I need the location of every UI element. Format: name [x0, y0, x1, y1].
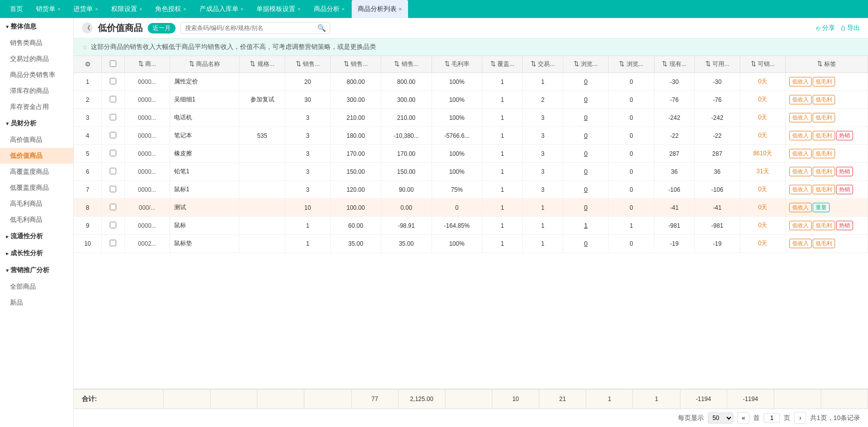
browse-link[interactable]: 0 — [584, 240, 588, 247]
row-checkbox[interactable] — [110, 78, 116, 84]
col-header-cover[interactable]: ⇅ 覆盖... — [482, 56, 522, 73]
col-header-tag[interactable]: ⇅ 标签 — [786, 56, 868, 73]
nav-role-auth[interactable]: 角色授权 × — [149, 0, 192, 18]
col-header-sales1[interactable]: ⇅ 销售... — [285, 56, 330, 73]
collapse-button[interactable]: 《 — [82, 22, 93, 33]
sidebar-item-traded-goods[interactable]: 交易过的商品 — [0, 51, 73, 67]
row-check[interactable] — [102, 235, 125, 253]
select-all-checkbox[interactable] — [110, 60, 116, 67]
col-header-gross[interactable]: ⇅ 毛利率 — [432, 56, 482, 73]
sidebar-item-high-coverage[interactable]: 高覆盖度商品 — [0, 164, 73, 180]
data-table-wrapper[interactable]: ⚙ ⇅ 商... ⇅ 商品名称 ⇅ 规格... — [74, 56, 868, 389]
close-icon[interactable]: × — [342, 6, 345, 12]
nav-finished-goods[interactable]: 产成品入库单 × — [194, 0, 249, 18]
sidebar-item-all-goods[interactable]: 全部商品 — [0, 279, 73, 295]
sidebar-group-marketing[interactable]: ▾ 营销推广分析 — [0, 262, 73, 279]
row-check[interactable] — [102, 145, 125, 163]
nav-permissions[interactable]: 权限设置 × — [105, 0, 148, 18]
row-browse1[interactable]: 0 — [563, 235, 609, 253]
col-header-stock2[interactable]: ⇅ 可用... — [694, 56, 740, 73]
row-browse1[interactable]: 0 — [563, 145, 609, 163]
search-input[interactable] — [185, 24, 314, 31]
page-size-select[interactable]: 50 100 200 — [708, 413, 733, 424]
row-browse1[interactable]: 0 — [563, 199, 609, 217]
browse-link[interactable]: 0 — [584, 96, 588, 103]
col-header-browse1[interactable]: ⇅ 浏览... — [563, 56, 609, 73]
nav-home[interactable]: 首页 — [4, 0, 29, 18]
col-header-settings[interactable]: ⚙ — [74, 56, 102, 73]
row-check[interactable] — [102, 217, 125, 235]
col-header-name[interactable]: ⇅ 商品名称 — [170, 56, 239, 73]
sidebar-item-low-coverage[interactable]: 低覆盖度商品 — [0, 180, 73, 196]
row-checkbox[interactable] — [110, 150, 116, 156]
browse-link[interactable]: 0 — [584, 168, 588, 175]
col-header-check[interactable] — [102, 56, 125, 73]
row-checkbox[interactable] — [110, 114, 116, 120]
next-page-button[interactable]: › — [794, 412, 806, 424]
row-browse1[interactable]: 0 — [563, 73, 609, 91]
browse-link[interactable]: 0 — [584, 132, 588, 139]
sidebar-item-high-margin[interactable]: 高毛利商品 — [0, 196, 73, 212]
row-checkbox[interactable] — [110, 186, 116, 192]
row-check[interactable] — [102, 199, 125, 217]
sidebar-item-high-value[interactable]: 高价值商品 — [0, 132, 73, 148]
col-header-browse2[interactable]: ⇅ 浏览... — [609, 56, 654, 73]
row-checkbox[interactable] — [110, 168, 116, 174]
sidebar-group-liquidity[interactable]: ▸ 流通性分析 — [0, 228, 73, 245]
sidebar-group-growth[interactable]: ▸ 成长性分析 — [0, 245, 73, 262]
nav-goods-analysis[interactable]: 商品分析 × — [308, 0, 351, 18]
sidebar-item-category-rate[interactable]: 商品分类销售率 — [0, 67, 73, 83]
share-button[interactable]: ⎋ 分享 — [816, 23, 835, 32]
col-header-stock3[interactable]: ⇅ 可销... — [740, 56, 785, 73]
date-filter-badge[interactable]: 近一月 — [148, 23, 176, 33]
page-number-input[interactable] — [764, 413, 780, 423]
browse-link[interactable]: 0 — [584, 186, 588, 193]
col-header-spec[interactable]: ⇅ 规格... — [239, 56, 285, 73]
row-check[interactable] — [102, 163, 125, 181]
row-browse1[interactable]: 0 — [563, 181, 609, 199]
export-button[interactable]: ⎙ 导出 — [841, 23, 860, 32]
row-checkbox[interactable] — [110, 222, 116, 228]
row-browse1[interactable]: 0 — [563, 109, 609, 127]
row-checkbox[interactable] — [110, 132, 116, 138]
sidebar-group-overall[interactable]: ▾ 整体信息 — [0, 18, 73, 35]
row-checkbox[interactable] — [110, 96, 116, 102]
settings-icon[interactable]: ⚙ — [85, 60, 91, 68]
close-icon[interactable]: × — [297, 6, 300, 12]
close-icon[interactable]: × — [399, 6, 402, 12]
browse-link[interactable]: 0 — [584, 78, 588, 85]
nav-template-settings[interactable]: 单据模板设置 × — [250, 0, 306, 18]
row-check[interactable] — [102, 109, 125, 127]
close-icon[interactable]: × — [183, 6, 186, 12]
col-header-code[interactable]: ⇅ 商... — [124, 56, 170, 73]
sidebar-item-low-margin[interactable]: 低毛利商品 — [0, 212, 73, 228]
col-header-sales3[interactable]: ⇅ 销售... — [381, 56, 432, 73]
first-page-button[interactable]: « — [737, 412, 749, 424]
row-checkbox[interactable] — [110, 240, 116, 246]
row-browse1[interactable]: 0 — [563, 163, 609, 181]
row-check[interactable] — [102, 127, 125, 145]
browse-link[interactable]: 0 — [584, 150, 588, 157]
close-icon[interactable]: × — [57, 6, 60, 12]
browse-link[interactable]: 1 — [584, 222, 588, 229]
search-icon[interactable]: 🔍 — [317, 24, 326, 32]
close-icon[interactable]: × — [95, 6, 98, 12]
col-header-sales2[interactable]: ⇅ 销售... — [330, 56, 381, 73]
col-header-stock1[interactable]: ⇅ 现有... — [654, 56, 694, 73]
row-check[interactable] — [102, 73, 125, 91]
nav-goods-analysis-list[interactable]: 商品分析列表 × — [352, 0, 408, 18]
sidebar-item-slow-goods[interactable]: 滞库存的商品 — [0, 83, 73, 99]
sidebar-group-employee[interactable]: ▾ 员财分析 — [0, 115, 73, 132]
sidebar-item-sales-goods[interactable]: 销售类商品 — [0, 35, 73, 51]
sidebar-item-inventory-capital[interactable]: 库存资金占用 — [0, 99, 73, 115]
sidebar-item-new-goods[interactable]: 新品 — [0, 295, 73, 311]
row-browse1[interactable]: 0 — [563, 91, 609, 109]
browse-link[interactable]: 0 — [584, 114, 588, 121]
row-browse1[interactable]: 1 — [563, 217, 609, 235]
close-icon[interactable]: × — [139, 6, 142, 12]
row-checkbox[interactable] — [110, 204, 116, 210]
sidebar-item-low-value[interactable]: 低价值商品 — [0, 148, 73, 164]
nav-purchase-order[interactable]: 进货单 × — [67, 0, 104, 18]
row-check[interactable] — [102, 91, 125, 109]
row-check[interactable] — [102, 181, 125, 199]
